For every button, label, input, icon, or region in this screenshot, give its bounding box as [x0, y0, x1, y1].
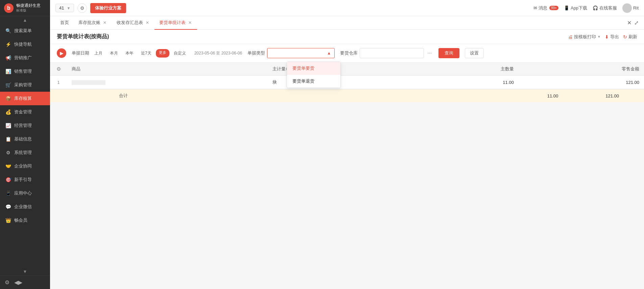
- dropdown-item-order[interactable]: 要货单要货: [287, 62, 340, 75]
- sidebar-item-sales[interactable]: 📊 销售管理: [0, 65, 50, 78]
- export-button[interactable]: ⬇ 导出: [605, 34, 619, 40]
- sidebar-item-members[interactable]: 👑 畅会员: [0, 214, 50, 227]
- industry-button[interactable]: 体验行业方案: [90, 3, 126, 13]
- trend-icon: 📈: [5, 122, 11, 129]
- topbar: 41 ▼ ⚙ 体验行业方案 ✉ 消息 99+ 📱 App下载 🎧 在线客服 R: [50, 0, 644, 16]
- settings-button[interactable]: 设置: [465, 48, 484, 58]
- tab-receive-summary[interactable]: 收发存汇总表 ✕: [112, 16, 154, 30]
- warehouse-filter-group: 要货仓库 ···: [340, 48, 433, 58]
- sidebar-item-search[interactable]: 🔍 搜索菜单: [0, 24, 50, 38]
- warehouse-input[interactable]: [360, 48, 424, 58]
- this-year-btn[interactable]: 本年: [122, 49, 137, 58]
- filter-more-button[interactable]: ···: [426, 50, 433, 56]
- column-gear-icon[interactable]: ⚙: [55, 66, 62, 72]
- this-month-btn[interactable]: 本月: [107, 49, 121, 58]
- online-service-action[interactable]: 🎧 在线客服: [593, 5, 617, 11]
- page-content: 要货单统计表(按商品) 🖨 按模板打印 ▼ ⬇ 导出 ↻ 刷新 ▶: [50, 30, 644, 289]
- app-download-action[interactable]: 📱 App下载: [564, 5, 587, 11]
- print-icon: 🖨: [568, 34, 573, 40]
- sidebar-item-system[interactable]: ⚙ 系统管理: [0, 146, 50, 159]
- last-month-btn[interactable]: 上月: [91, 49, 105, 58]
- filter-expand-button[interactable]: ▶: [57, 48, 66, 58]
- chat-icon: 💬: [5, 203, 11, 210]
- print-button[interactable]: 🖨 按模板打印 ▼: [568, 34, 601, 40]
- message-icon: ✉: [533, 5, 537, 10]
- tab-inventory-batch[interactable]: 库存批次账 ✕: [74, 16, 112, 30]
- date-range-display: 2023-05-06 至 2023-06-06: [194, 50, 242, 56]
- window-expand-btn[interactable]: ⤢: [634, 20, 639, 26]
- chevron-up-icon: ▲: [327, 51, 331, 55]
- search-icon: 🔍: [5, 27, 11, 34]
- sidebar-item-guide[interactable]: 🎯 新手引导: [0, 173, 50, 186]
- settings-bottom-icon[interactable]: ⚙: [5, 279, 9, 286]
- custom-date-btn[interactable]: 自定义: [171, 49, 189, 58]
- sidebar-item-enterprise[interactable]: 🤝 企业协同: [0, 159, 50, 173]
- sidebar-scroll-up[interactable]: ▲: [0, 16, 50, 24]
- box-icon: 📦: [5, 95, 11, 102]
- date-label: 单据日期: [72, 50, 89, 56]
- sidebar-item-operations[interactable]: 📈 经营管理: [0, 119, 50, 132]
- message-action[interactable]: ✉ 消息 99+: [533, 5, 558, 11]
- sidebar-item-label: 销售管理: [14, 68, 32, 74]
- topbar-gear-button[interactable]: ⚙: [77, 3, 87, 13]
- tab-receive-summary-label: 收发存汇总表: [117, 20, 143, 26]
- topbar-right: ✉ 消息 99+ 📱 App下载 🎧 在线客服 Rit: [533, 3, 639, 13]
- th-settings[interactable]: ⚙: [50, 63, 67, 76]
- sidebar-item-finance[interactable]: 💰 资金管理: [0, 105, 50, 119]
- brand-sub: 标准版: [16, 8, 41, 13]
- tab-order-stats[interactable]: 要货单统计表 ✕: [154, 16, 197, 30]
- dropdown-item-return[interactable]: 要货单退货: [287, 75, 340, 88]
- sidebar-item-inventory[interactable]: 📦 库存核算: [0, 92, 50, 105]
- tab-home[interactable]: 首页: [55, 16, 74, 30]
- sidebar-item-purchase[interactable]: 🛒 采购管理: [0, 78, 50, 92]
- sidebar-item-marketing[interactable]: 📢 营销推广: [0, 51, 50, 65]
- sidebar-item-label: 新手引导: [14, 177, 32, 183]
- sidebar-item-corpwechat[interactable]: 💬 企业微信: [0, 200, 50, 214]
- sidebar-item-label: 系统管理: [14, 150, 32, 156]
- avatar: [622, 3, 632, 13]
- sidebar-item-label: 采购管理: [14, 82, 32, 88]
- refresh-label: 刷新: [628, 34, 637, 40]
- sidebar-item-appcenter[interactable]: 📱 应用中心: [0, 186, 50, 200]
- sidebar-item-label: 企业微信: [14, 204, 32, 210]
- th-product: 商品: [67, 63, 268, 76]
- sidebar-item-label: 营销推广: [14, 55, 32, 61]
- target-icon: 🎯: [5, 176, 11, 183]
- type-select[interactable]: ▲: [267, 48, 335, 58]
- filter-bar: ▶ 单据日期 上月 本月 本年 近7天 更多 自定义 2023-05-06 至 …: [50, 44, 644, 63]
- sidebar-item-basic-info[interactable]: 📋 基础信息: [0, 132, 50, 146]
- user-name: Rit: [633, 5, 639, 10]
- logo-text-block: 畅捷通好生意 标准版: [16, 3, 41, 13]
- export-label: 导出: [610, 34, 619, 40]
- user-action[interactable]: Rit: [622, 3, 639, 13]
- gear-icon: ⚙: [5, 149, 11, 156]
- query-button[interactable]: 查询: [438, 48, 459, 58]
- sidebar-item-label: 搜索菜单: [14, 28, 32, 34]
- sidebar-logo: b 畅捷通好生意 标准版: [0, 0, 50, 16]
- main-content: 41 ▼ ⚙ 体验行业方案 ✉ 消息 99+ 📱 App下载 🎧 在线客服 R: [50, 0, 644, 289]
- phone-icon: 📱: [564, 5, 569, 10]
- last-7-days-btn[interactable]: 近7天: [138, 49, 154, 58]
- refresh-button[interactable]: ↻ 刷新: [623, 34, 637, 40]
- page-title: 要货单统计表(按商品): [57, 33, 109, 40]
- data-table: ⚙ 商品 主计量单位 主数量 零售金额 1 块: [50, 63, 644, 89]
- more-dates-btn[interactable]: 更多: [156, 49, 169, 58]
- cell-product: [67, 76, 268, 89]
- store-selector[interactable]: 41 ▼: [55, 4, 74, 12]
- megaphone-icon: 📢: [5, 54, 11, 61]
- topbar-left: 41 ▼ ⚙ 体验行业方案: [55, 3, 533, 13]
- clipboard-icon: 📋: [5, 136, 11, 142]
- sidebar-item-quicknav[interactable]: ⚡ 快捷导航: [0, 38, 50, 51]
- sidebar-item-label: 企业协同: [14, 163, 32, 169]
- sidebar-scroll-down[interactable]: ▼: [0, 268, 50, 275]
- tab-inventory-batch-label: 库存批次账: [78, 20, 100, 26]
- tab-inventory-batch-close[interactable]: ✕: [102, 20, 107, 25]
- sidebar-item-label: 资金管理: [14, 109, 32, 115]
- page-actions: 🖨 按模板打印 ▼ ⬇ 导出 ↻ 刷新: [568, 34, 637, 40]
- tab-receive-summary-close[interactable]: ✕: [145, 20, 150, 25]
- type-filter-group: 单据类型 ▲: [247, 48, 335, 58]
- cell-amount: 121.00: [519, 76, 644, 89]
- collapse-icon[interactable]: ◀▶: [14, 279, 22, 286]
- window-close-btn[interactable]: ✕: [627, 20, 631, 26]
- tab-order-stats-close[interactable]: ✕: [188, 20, 192, 25]
